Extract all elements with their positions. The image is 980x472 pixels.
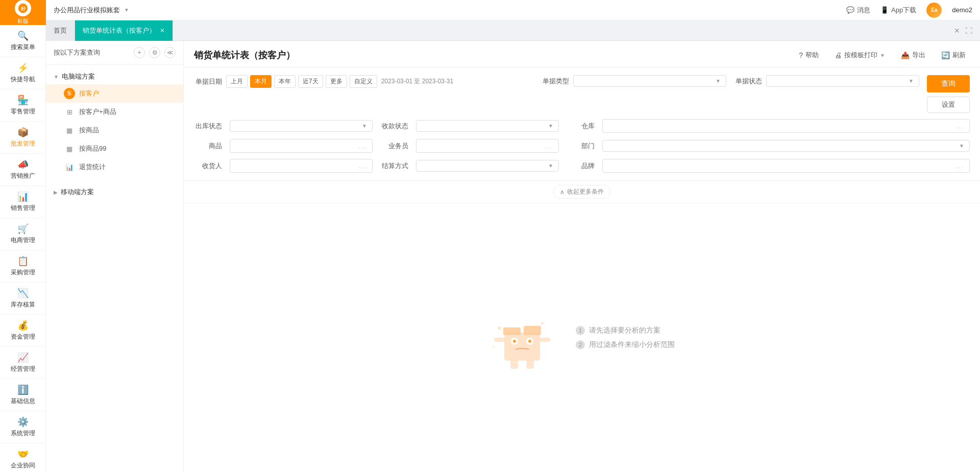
sidebar-item-system[interactable]: ⚙️ 系统管理 [0,411,46,443]
sidebar-item-label: 经营管理 [11,365,35,373]
settlement-label: 结算方式 [380,161,408,171]
sidebar-item-basic-info[interactable]: ℹ️ 基础信息 [0,379,46,411]
sidebar-item-finance[interactable]: 💰 资金管理 [0,315,46,347]
tab-window-controls: ✕ ⛶ [946,27,980,35]
doc-status-arrow-icon: ▼ [909,78,914,84]
this-month-btn[interactable]: 本月 [250,75,272,88]
export-icon: 📤 [901,51,910,59]
sidebar-item-sales-mgmt[interactable]: 📊 销售管理 [0,186,46,218]
consignee-input[interactable]: ... [230,159,373,173]
plan-item-by-customer[interactable]: 客 按客户 [46,84,183,103]
sidebar: 好 标版 🔍 搜索菜单 ⚡ 快捷导航 🏪 零售管理 📦 批发管理 📣 营销推广 … [0,0,46,472]
collapse-button[interactable]: ∧ 收起更多条件 [553,185,610,199]
user-name[interactable]: demo2 [952,6,972,14]
plan-item-label: 按客户+商品 [79,107,116,116]
doc-type-select[interactable]: ▼ [573,75,726,87]
payment-status-select[interactable]: ▼ [416,120,559,132]
close-window-icon[interactable]: ✕ [954,27,960,35]
company-dropdown[interactable]: 办公用品行业模拟账套 [54,6,120,15]
settings-button[interactable]: 设置 [927,97,970,113]
customer-goods-grid-icon: ⊞ [64,106,75,117]
salesperson-input[interactable]: ... [416,139,559,153]
brand-label: 品牌 [567,161,595,171]
tab-sales-stat-label: 销货单统计表（按客户） [83,26,156,35]
plan-item-by-goods[interactable]: ▦ 按商品 [46,121,183,139]
return-bar-icon: 📊 [64,161,75,173]
app-download-icon: 📱 [880,6,889,14]
svg-text:好: 好 [20,6,26,11]
sidebar-item-inventory[interactable]: 📉 库存核算 [0,282,46,315]
marketing-icon: 📣 [17,159,29,170]
template-print-btn[interactable]: 🖨 按模板打印 ▼ [830,49,889,62]
svg-rect-11 [510,360,518,369]
pc-plan-group-label: 电脑端方案 [62,72,95,81]
warehouse-input[interactable]: ... [602,119,970,133]
pc-plan-group-header[interactable]: ▼ 电脑端方案 [46,69,183,84]
help-btn[interactable]: ? 帮助 [795,49,823,62]
settlement-select[interactable]: ▼ [416,160,559,172]
sidebar-item-search-menu[interactable]: 🔍 搜索菜单 [0,25,46,57]
doc-status-select[interactable]: ▼ [766,75,919,87]
purchase-icon: 📋 [17,255,29,267]
plan-item-return-stats[interactable]: 📊 退货统计 [46,158,183,176]
settings-plan-btn[interactable]: ⚙ [149,47,160,58]
top-header: 办公用品行业模拟账套 ▼ 💬 消息 📱 App下载 Ea demo2 [46,0,980,20]
sidebar-item-retail-mgmt[interactable]: 🏪 零售管理 [0,89,46,122]
sidebar-item-quick-nav[interactable]: ⚡ 快捷导航 [0,57,46,89]
more-btn[interactable]: 更多 [326,75,347,88]
page-actions: ? 帮助 🖨 按模板打印 ▼ 📤 导出 🔄 刷新 [795,49,970,62]
goods-input[interactable]: ... [230,139,373,153]
sidebar-item-operations[interactable]: 📈 经营管理 [0,347,46,379]
left-panel-header: 按以下方案查询 + ⚙ ≪ [46,41,183,65]
last-7-days-btn[interactable]: 近7天 [298,75,323,88]
plan-item-by-customer-goods[interactable]: ⊞ 按客户+商品 [46,103,183,121]
filter-row-4: 收货人 ... 结算方式 ▼ 品牌 ... [194,159,970,173]
warehouse-dots: ... [955,122,964,130]
system-icon: ⚙️ [17,416,29,428]
user-avatar[interactable]: Ea [926,3,942,18]
export-btn[interactable]: 📤 导出 [897,49,929,62]
tip-2: 2 用过滤条件来缩小分析范围 [576,340,675,349]
sidebar-item-label: 批发管理 [11,139,35,148]
sidebar-item-wholesale-mgmt[interactable]: 📦 批发管理 [0,122,46,154]
sidebar-item-label: 零售管理 [11,107,35,116]
tab-close-icon[interactable]: ✕ [160,27,165,34]
sidebar-item-label: 企业协同 [11,461,35,470]
app-download-action[interactable]: 📱 App下载 [880,6,916,15]
sidebar-item-label: 快捷导航 [11,75,35,84]
department-select[interactable]: ▼ [602,140,970,152]
sidebar-item-purchase[interactable]: 📋 采购管理 [0,250,46,282]
export-label: 导出 [912,51,925,60]
query-button[interactable]: 查询 [927,75,970,92]
refresh-btn[interactable]: 🔄 刷新 [937,49,970,62]
sidebar-item-label: 营销推广 [11,172,35,180]
tab-sales-stat[interactable]: 销货单统计表（按客户） ✕ [75,20,173,41]
brand-input[interactable]: ... [602,159,970,173]
add-plan-btn[interactable]: + [134,47,145,58]
out-status-select[interactable]: ▼ [230,120,373,132]
customer-circle-icon: 客 [64,88,75,99]
svg-rect-4 [524,326,541,335]
doc-status-label: 单据状态 [734,77,762,86]
operations-icon: 📈 [17,352,29,363]
retail-icon: 🏪 [17,95,29,106]
maximize-window-icon[interactable]: ⛶ [965,27,972,35]
filter-row-3: 商品 ... 业务员 ... 部门 ▼ [194,139,970,153]
template-print-label: 按模板打印 [844,51,877,60]
doc-type-arrow-icon: ▼ [716,78,721,84]
sidebar-item-enterprise-coop[interactable]: 🤝 企业协同 [0,443,46,472]
mobile-plan-group-header[interactable]: ▶ 移动端方案 [46,184,183,200]
tip-1: 1 请先选择要分析的方案 [576,326,675,335]
plan-item-by-goods-99[interactable]: ▦ 按商品99 [46,139,183,158]
message-action[interactable]: 💬 消息 [846,6,870,15]
sidebar-item-marketing[interactable]: 📣 营销推广 [0,154,46,186]
content-area: 按以下方案查询 + ⚙ ≪ ▼ 电脑端方案 客 按客户 ⊞ [46,41,980,472]
this-year-btn[interactable]: 本年 [274,75,296,88]
last-month-btn[interactable]: 上月 [226,75,248,88]
collapse-panel-btn[interactable]: ≪ [164,47,176,58]
custom-btn[interactable]: 自定义 [350,75,377,88]
sidebar-item-ecommerce[interactable]: 🛒 电商管理 [0,218,46,250]
tab-home[interactable]: 首页 [46,20,75,41]
app-logo[interactable]: 好 标版 [0,0,46,25]
right-content: 销货单统计表（按客户） ? 帮助 🖨 按模板打印 ▼ 📤 导出 [184,41,980,472]
